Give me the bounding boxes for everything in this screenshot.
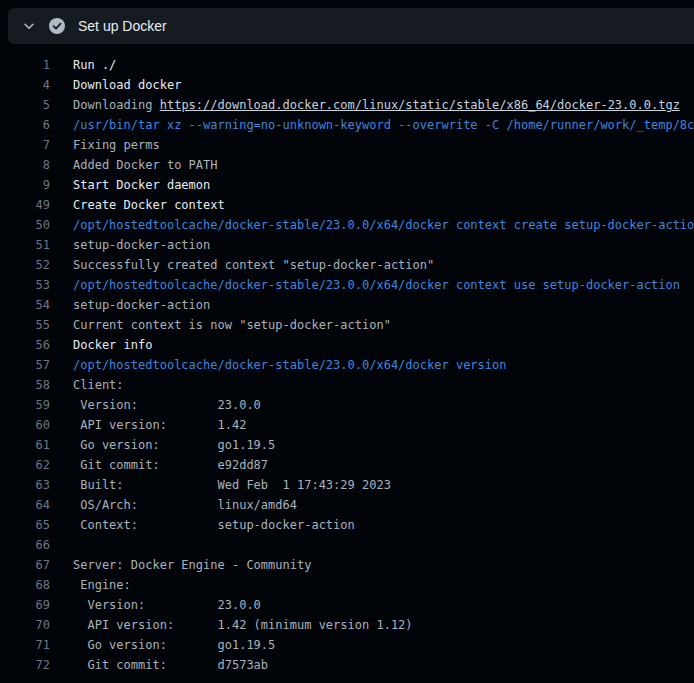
log-line: 71 Go version: go1.19.5 [0, 635, 694, 655]
log-line: 63 Built: Wed Feb 1 17:43:29 2023 [0, 475, 694, 495]
line-number[interactable]: 9 [0, 175, 50, 195]
log-line: 57/opt/hostedtoolcache/docker-stable/23.… [0, 355, 694, 375]
log-text: Downloading [73, 98, 160, 112]
line-number[interactable]: 60 [0, 415, 50, 435]
line-number[interactable]: 53 [0, 275, 50, 295]
check-circle-icon [49, 18, 65, 34]
line-number[interactable]: 63 [0, 475, 50, 495]
line-content: ▶Run ./ [73, 55, 694, 75]
log-text: Git commit: d7573ab [73, 655, 694, 675]
group-title[interactable]: Run ./ [73, 58, 116, 72]
log-text [73, 535, 694, 555]
log-line: 8Added Docker to PATH [0, 155, 694, 175]
step-title: Set up Docker [78, 18, 167, 34]
line-content: ▼Create Docker context [73, 195, 694, 215]
log-line: 5Downloading https://download.docker.com… [0, 95, 694, 115]
log-line: 70 API version: 1.42 (minimum version 1.… [0, 615, 694, 635]
log-text: setup-docker-action [73, 295, 694, 315]
line-number[interactable]: 66 [0, 535, 50, 555]
log-command-text: /opt/hostedtoolcache/docker-stable/23.0.… [73, 355, 694, 375]
log-line: 69 Version: 23.0.0 [0, 595, 694, 615]
log-text: API version: 1.42 (minimum version 1.12) [73, 615, 694, 635]
step-header[interactable]: Set up Docker [8, 8, 694, 44]
log-line: 52Successfully created context "setup-do… [0, 255, 694, 275]
log-line: 58Client: [0, 375, 694, 395]
log-group-header[interactable]: 1▶Run ./ [0, 55, 694, 75]
group-title[interactable]: Download docker [73, 78, 181, 92]
line-number[interactable]: 6 [0, 115, 50, 135]
log-line: 50/opt/hostedtoolcache/docker-stable/23.… [0, 215, 694, 235]
line-number[interactable]: 65 [0, 515, 50, 535]
line-number[interactable]: 68 [0, 575, 50, 595]
log-command-text: /usr/bin/tar xz --warning=no-unknown-key… [73, 115, 694, 135]
line-number[interactable]: 51 [0, 235, 50, 255]
log-text: Go version: go1.19.5 [73, 435, 694, 455]
log-line: 67Server: Docker Engine - Community [0, 555, 694, 575]
log-text: Context: setup-docker-action [73, 515, 694, 535]
log-line: 7Fixing perms [0, 135, 694, 155]
log-text: Current context is now "setup-docker-act… [73, 315, 694, 335]
log-line: 60 API version: 1.42 [0, 415, 694, 435]
log-line: 68 Engine: [0, 575, 694, 595]
line-content: ▼Docker info [73, 335, 694, 355]
line-number[interactable]: 56 [0, 335, 50, 355]
log-line: 59 Version: 23.0.0 [0, 395, 694, 415]
log-text: Go version: go1.19.5 [73, 635, 694, 655]
log-group-header[interactable]: 4▼Download docker [0, 75, 694, 95]
log-text: Version: 23.0.0 [73, 595, 694, 615]
log-line: 53/opt/hostedtoolcache/docker-stable/23.… [0, 275, 694, 295]
log-command-text: /opt/hostedtoolcache/docker-stable/23.0.… [73, 275, 694, 295]
log-text: Git commit: e92dd87 [73, 455, 694, 475]
log-text: Engine: [73, 575, 694, 595]
log-group-header[interactable]: 9▶Start Docker daemon [0, 175, 694, 195]
log-line: 54setup-docker-action [0, 295, 694, 315]
line-content: Downloading https://download.docker.com/… [73, 95, 694, 115]
line-number[interactable]: 1 [0, 55, 50, 75]
line-number[interactable]: 62 [0, 455, 50, 475]
log-group-header[interactable]: 49▼Create Docker context [0, 195, 694, 215]
log-line: 66 [0, 535, 694, 555]
line-number[interactable]: 54 [0, 295, 50, 315]
line-number[interactable]: 4 [0, 75, 50, 95]
line-number[interactable]: 49 [0, 195, 50, 215]
line-number[interactable]: 5 [0, 95, 50, 115]
log-viewer: 1▶Run ./4▼Download docker5Downloading ht… [0, 55, 694, 675]
line-number[interactable]: 61 [0, 435, 50, 455]
line-number[interactable]: 58 [0, 375, 50, 395]
line-number[interactable]: 8 [0, 155, 50, 175]
line-number[interactable]: 70 [0, 615, 50, 635]
group-title[interactable]: Start Docker daemon [73, 178, 210, 192]
log-group-header[interactable]: 56▼Docker info [0, 335, 694, 355]
log-text: Client: [73, 375, 694, 395]
line-number[interactable]: 69 [0, 595, 50, 615]
line-content: ▼Download docker [73, 75, 694, 95]
group-title[interactable]: Docker info [73, 338, 152, 352]
group-title[interactable]: Create Docker context [73, 198, 225, 212]
log-text: Fixing perms [73, 135, 694, 155]
line-number[interactable]: 64 [0, 495, 50, 515]
line-number[interactable]: 52 [0, 255, 50, 275]
log-line: 72 Git commit: d7573ab [0, 655, 694, 675]
log-line: 65 Context: setup-docker-action [0, 515, 694, 535]
line-number[interactable]: 55 [0, 315, 50, 335]
line-number[interactable]: 59 [0, 395, 50, 415]
line-number[interactable]: 71 [0, 635, 50, 655]
log-line: 64 OS/Arch: linux/amd64 [0, 495, 694, 515]
line-number[interactable]: 57 [0, 355, 50, 375]
log-text: Successfully created context "setup-dock… [73, 255, 694, 275]
log-text: Server: Docker Engine - Community [73, 555, 694, 575]
log-line: 62 Git commit: e92dd87 [0, 455, 694, 475]
line-number[interactable]: 7 [0, 135, 50, 155]
log-text: OS/Arch: linux/amd64 [73, 495, 694, 515]
line-number[interactable]: 50 [0, 215, 50, 235]
log-text: Version: 23.0.0 [73, 395, 694, 415]
log-url-link[interactable]: https://download.docker.com/linux/static… [160, 98, 680, 112]
line-number[interactable]: 72 [0, 655, 50, 675]
log-text: API version: 1.42 [73, 415, 694, 435]
log-text: Added Docker to PATH [73, 155, 694, 175]
chevron-down-icon[interactable] [22, 19, 36, 33]
line-content: ▶Start Docker daemon [73, 175, 694, 195]
line-number[interactable]: 67 [0, 555, 50, 575]
log-text: setup-docker-action [73, 235, 694, 255]
log-line: 51setup-docker-action [0, 235, 694, 255]
